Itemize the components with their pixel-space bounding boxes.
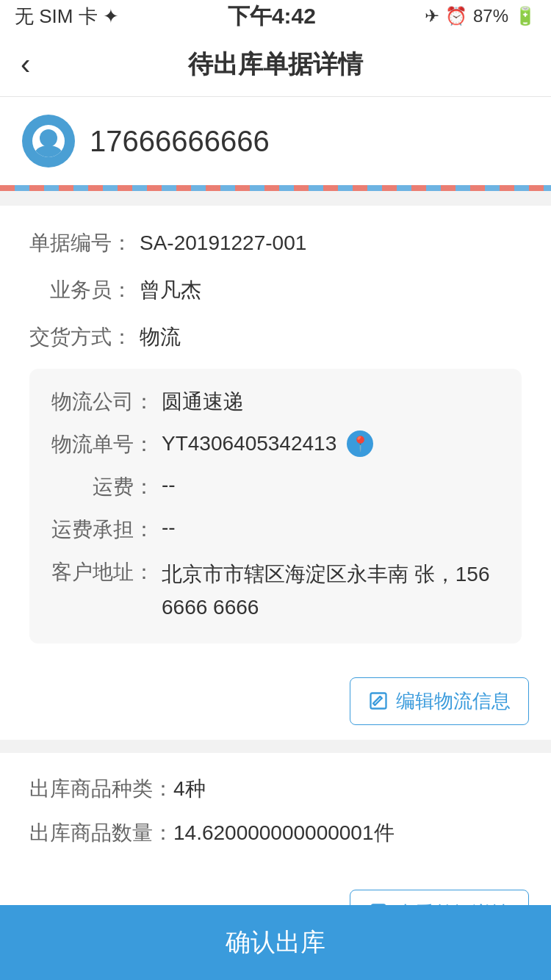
goods-types-value: 4种	[173, 775, 206, 803]
address-label: 客户地址：	[51, 558, 154, 586]
delivery-row: 交货方式： 物流	[29, 322, 522, 353]
salesman-row: 业务员： 曾凡杰	[29, 275, 522, 306]
location-tracking-icon[interactable]	[347, 430, 373, 457]
tracking-no-text: YT4306405342413	[162, 432, 336, 455]
status-right: ✈ ⏰ 87% 🔋	[425, 6, 536, 26]
edit-logistics-row: 编辑物流信息	[0, 666, 551, 740]
section-divider	[0, 740, 551, 753]
location-icon: ✈	[425, 6, 439, 26]
nav-bar: ‹ 待出库单据详情	[0, 32, 551, 97]
order-no-value: SA-20191227-001	[140, 228, 522, 259]
goods-types-label: 出库商品种类：	[29, 775, 173, 803]
logistics-card: 物流公司： 圆通速递 物流单号： YT4306405342413 运费： -- …	[29, 369, 522, 644]
avatar	[22, 115, 75, 167]
freight-label: 运费：	[51, 473, 154, 501]
user-header: 17666666666	[0, 97, 551, 185]
confirm-btn-container[interactable]: 确认出库	[0, 905, 551, 980]
freight-bear-label: 运费承担：	[51, 516, 154, 544]
address-row: 客户地址： 北京市市辖区海淀区永丰南 张，156 6666 6666	[51, 558, 500, 624]
logistics-company-value: 圆通速递	[162, 388, 500, 416]
user-phone: 17666666666	[90, 125, 270, 158]
edit-logistics-button[interactable]: 编辑物流信息	[350, 677, 529, 725]
goods-quantity-label: 出库商品数量：	[29, 819, 173, 847]
edit-logistics-label: 编辑物流信息	[396, 688, 511, 714]
avatar-icon	[32, 125, 65, 157]
goods-section: 出库商品种类： 4种 出库商品数量： 14.620000000000001件	[0, 753, 551, 878]
freight-bear-row: 运费承担： --	[51, 516, 500, 544]
freight-row: 运费： --	[51, 473, 500, 501]
salesman-label: 业务员：	[29, 275, 132, 306]
sim-status: 无 SIM 卡 ✦	[15, 4, 119, 29]
goods-types-row: 出库商品种类： 4种	[29, 775, 522, 803]
goods-quantity-row: 出库商品数量： 14.620000000000001件	[29, 819, 522, 847]
delivery-label: 交货方式：	[29, 322, 132, 353]
dashed-divider	[0, 185, 551, 191]
battery-icon: 🔋	[514, 6, 536, 26]
status-bar: 无 SIM 卡 ✦ 下午4:42 ✈ ⏰ 87% 🔋	[0, 0, 551, 32]
freight-value: --	[162, 473, 500, 497]
salesman-value: 曾凡杰	[140, 275, 522, 306]
back-button[interactable]: ‹	[21, 48, 30, 81]
logistics-company-label: 物流公司：	[51, 388, 154, 416]
goods-quantity-value: 14.620000000000001件	[173, 819, 395, 847]
tracking-no-value: YT4306405342413	[162, 430, 500, 457]
alarm-icon: ⏰	[445, 6, 467, 26]
page-title: 待出库单据详情	[188, 48, 363, 82]
freight-bear-value: --	[162, 516, 500, 539]
battery-level: 87%	[473, 6, 508, 26]
tracking-no-label: 物流单号：	[51, 430, 154, 458]
status-left: 无 SIM 卡 ✦	[15, 4, 119, 29]
logistics-company-row: 物流公司： 圆通速递	[51, 388, 500, 416]
order-info-section: 单据编号： SA-20191227-001 业务员： 曾凡杰 交货方式： 物流 …	[0, 206, 551, 666]
tracking-no-row: 物流单号： YT4306405342413	[51, 430, 500, 458]
confirm-btn-text: 确认出库	[226, 928, 325, 956]
order-no-label: 单据编号：	[29, 228, 132, 259]
order-no-row: 单据编号： SA-20191227-001	[29, 228, 522, 259]
edit-icon	[368, 691, 389, 711]
address-value: 北京市市辖区海淀区永丰南 张，156 6666 6666	[162, 558, 500, 624]
status-time: 下午4:42	[228, 1, 316, 32]
delivery-value: 物流	[140, 322, 522, 353]
